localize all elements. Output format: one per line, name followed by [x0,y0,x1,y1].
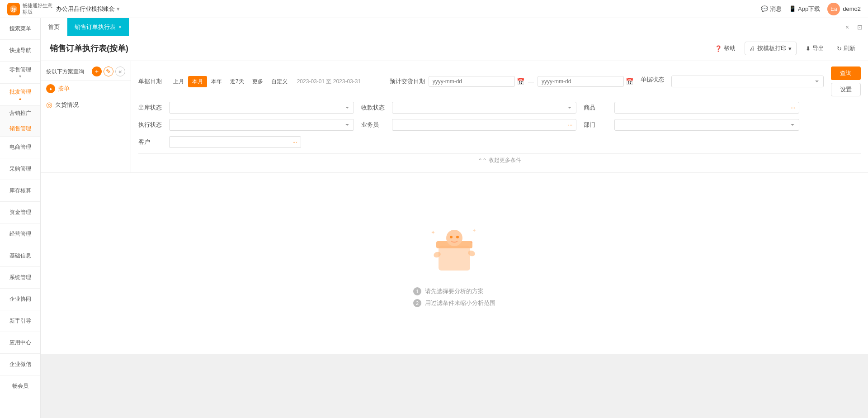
date-tab-custom[interactable]: 自定义 [267,76,292,87]
filter-row-1: 单据日期 上月 本月 本年 近7天 更多 自定义 [138,66,861,96]
sidebar-item-operations[interactable]: 经营管理 [0,223,40,245]
date-tab-this-year[interactable]: 本年 [207,76,226,87]
filter-add-button[interactable]: + [92,66,102,76]
avatar: Ea [827,3,840,15]
help-icon: ❓ [715,45,722,52]
page-title-actions: ❓ 帮助 🖨 按模板打印 ▾ ⬇ 导出 ↻ 刷新 [711,42,859,55]
edit-plan-icon: ✎ [106,68,111,75]
wholesale-label: 批发管理 [9,88,31,96]
export-button[interactable]: ⬇ 导出 [802,43,828,54]
sidebar-item-vip[interactable]: 畅会员 [0,375,40,397]
filter-collapse-button[interactable]: « [115,66,125,76]
tab-window-controls: × ⊡ [843,18,868,36]
tab-maximize-icon[interactable]: ⊡ [855,23,864,32]
svg-text:✦: ✦ [470,240,473,244]
basic-label: 基础信息 [9,252,31,260]
date-tabs: 上月 本月 本年 近7天 更多 自定义 [169,76,292,87]
sales-mgmt-label: 销售管理 [9,125,31,132]
breadcrumb-arrow-icon[interactable]: ▾ [117,5,120,12]
tab-close-window-icon[interactable]: × [843,23,852,32]
tab-close-icon[interactable]: × [118,24,122,30]
goods-label: 商品 [584,104,611,112]
goods-input[interactable]: ··· [614,102,799,114]
sidebar-item-finance[interactable]: 资金管理 [0,202,40,223]
expected-delivery-start-input[interactable] [429,76,515,87]
page-title: 销售订单执行表(按单) [50,43,128,54]
department-label: 部门 [584,121,611,129]
user-menu[interactable]: Ea demo2 [827,3,861,15]
setting-button[interactable]: 设置 [831,83,861,96]
message-icon: 💬 [761,5,768,12]
sidebar-item-ecommerce[interactable]: 电商管理 [0,137,40,158]
search-actions: 查询 设置 [831,66,861,96]
message-button[interactable]: 💬 消息 [761,5,782,13]
payment-status-label: 收款状态 [361,104,388,112]
filter-main: 单据日期 上月 本月 本年 近7天 更多 自定义 [131,61,868,172]
header-right: 💬 消息 📱 App下载 Ea demo2 [761,3,861,15]
expected-delivery-end-input[interactable] [538,76,624,87]
help-button[interactable]: ❓ 帮助 [711,43,739,54]
newguide-label: 新手引导 [9,317,31,325]
date-tab-7days[interactable]: 近7天 [226,76,248,87]
purchase-label: 采购管理 [9,165,31,173]
content-area: 首页 销售订单执行表 × × ⊡ 销售订单执行表(按单) ❓ 帮助 [41,18,868,418]
search-menu-label: 搜索菜单 [9,25,31,33]
filter-sidebar-header: 按以下方案查询 + ✎ « [41,66,131,81]
filter-inner: 按以下方案查询 + ✎ « [41,61,868,172]
search-button[interactable]: 查询 [831,66,861,80]
date-control: 上月 本月 本年 近7天 更多 自定义 2023-03-01 至 2023-03… [169,76,382,87]
calendar-start-icon[interactable]: 📅 [517,78,524,85]
sidebar-item-basic[interactable]: 基础信息 [0,245,40,267]
sidebar-item-wholesale[interactable]: 批发管理 ▴ [0,84,40,106]
sidebar-item-sales-mgmt[interactable]: 销售管理 [0,121,40,137]
date-tab-last-month[interactable]: 上月 [169,76,188,87]
sidebar-item-search[interactable]: 搜索菜单 [0,18,40,40]
corpwechat-label: 企业微信 [9,361,31,368]
quicknav-label: 快捷导航 [9,47,31,54]
sidebar-item-purchase[interactable]: 采购管理 [0,158,40,180]
filter-plan-item-shortage[interactable]: ◎ 欠货情况 [41,97,131,113]
sidebar-item-appstore[interactable]: 应用中心 [0,332,40,354]
sidebar-item-retail[interactable]: 零售管理 ▾ [0,62,40,84]
filter-plan-item-by-order[interactable]: ● 按单 [41,81,131,97]
tab-sales-order[interactable]: 销售订单执行表 × [67,18,129,36]
delivery-status-control [169,102,354,114]
salesperson-label: 业务员 [361,121,388,129]
expected-delivery-label: 预计交货日期 [390,77,425,86]
filter-edit-button[interactable]: ✎ [104,66,113,76]
svg-point-6 [456,236,459,238]
sidebar-item-system[interactable]: 系统管理 [0,267,40,289]
sidebar-item-marketing[interactable]: 营销推广 [0,106,40,121]
order-status-select[interactable] [671,76,824,87]
sidebar-item-quicknav[interactable]: 快捷导航 [0,40,40,62]
salesperson-input[interactable]: ··· [392,119,577,131]
execution-status-select[interactable] [169,119,354,131]
date-tab-more[interactable]: 更多 [248,76,267,87]
execution-status-field: 执行状态 [138,119,354,131]
salesperson-control: ··· [392,119,577,131]
date-label: 单据日期 [138,77,165,86]
empty-hint2-text: 用过滤条件来缩小分析范围 [425,299,495,307]
order-status-label: 单据状态 [641,76,668,84]
sidebar-item-corpwechat[interactable]: 企业微信 [0,354,40,375]
svg-point-4 [446,230,462,246]
collapse-more-button[interactable]: ⌃⌃ 收起更多条件 [138,153,861,167]
sidebar-item-inventory[interactable]: 库存核算 [0,180,40,202]
page-title-bar: 销售订单执行表(按单) ❓ 帮助 🖨 按模板打印 ▾ ⬇ 导出 [41,36,868,61]
date-tab-this-month[interactable]: 本月 [188,76,207,87]
refresh-button[interactable]: ↻ 刷新 [833,43,859,54]
calendar-end-icon[interactable]: 📅 [626,78,633,85]
customer-input[interactable]: ··· [169,136,301,148]
sidebar-item-enterprise[interactable]: 企业协同 [0,289,40,310]
sidebar-item-newguide[interactable]: 新手引导 [0,310,40,332]
empty-step2-num: 2 [413,299,421,307]
goods-field: 商品 ··· [584,102,799,114]
department-select[interactable] [614,119,799,131]
empty-step1-num: 1 [413,287,421,295]
tab-home[interactable]: 首页 [41,18,67,36]
delivery-status-select[interactable] [169,102,354,114]
retail-label: 零售管理 [9,66,31,74]
payment-status-select[interactable] [392,102,577,114]
app-download-button[interactable]: 📱 App下载 [789,5,820,13]
print-button[interactable]: 🖨 按模板打印 ▾ [745,42,797,55]
